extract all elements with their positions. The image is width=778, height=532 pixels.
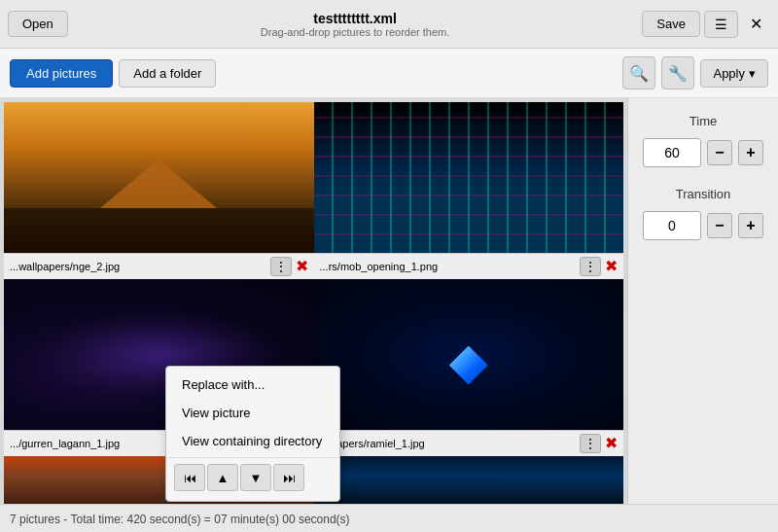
time-spinner: − +: [638, 138, 768, 167]
add-pictures-button[interactable]: Add pictures: [10, 59, 113, 88]
context-menu-button-4[interactable]: ⋮: [580, 434, 601, 453]
filename-text-1: ...wallpapers/nge_2.jpg: [10, 261, 270, 272]
move-down-icon: ▼: [250, 471, 263, 485]
move-last-icon: ⏭: [283, 471, 296, 485]
transition-section: Transition − +: [638, 187, 768, 240]
menu-item-replace[interactable]: Replace with...: [166, 371, 339, 399]
main-area: ...wallpapers/nge_2.jpg ⋮ ✖ ...rs/mob_op…: [0, 98, 778, 504]
filename-actions-4: ⋮ ✖: [580, 434, 618, 453]
transition-plus-button[interactable]: +: [738, 213, 763, 238]
image-grid-area[interactable]: ...wallpapers/nge_2.jpg ⋮ ✖ ...rs/mob_op…: [0, 98, 627, 504]
move-up-button[interactable]: ▲: [207, 464, 238, 491]
transition-spinner: − +: [638, 211, 768, 240]
context-menu: Replace with... View picture View contai…: [165, 366, 340, 502]
transition-minus-icon: −: [715, 217, 724, 234]
transition-plus-icon: +: [746, 217, 755, 234]
transition-minus-button[interactable]: −: [707, 213, 732, 238]
close-button[interactable]: ✕: [742, 11, 770, 37]
search-icon: 🔍: [629, 64, 649, 83]
apply-button[interactable]: Apply ▾: [700, 59, 768, 88]
context-menu-button-1[interactable]: ⋮: [270, 257, 292, 276]
image-cell-4: ...lpapers/ramiel_1.jpg ⋮ ✖: [314, 279, 624, 456]
time-input[interactable]: [643, 138, 701, 167]
titlebar-left: Open: [8, 11, 68, 37]
image-filename-bar-2: ...rs/mob_opening_1.png ⋮ ✖: [314, 253, 624, 279]
transition-input[interactable]: [643, 211, 701, 240]
transition-label: Transition: [676, 187, 731, 201]
context-menu-button-2[interactable]: ⋮: [580, 257, 601, 276]
menu-item-view-dir[interactable]: View containing directory: [166, 427, 339, 455]
image-thumbnail-6[interactable]: [314, 456, 624, 504]
right-panel: Time − + Transition − +: [627, 98, 778, 504]
save-button[interactable]: Save: [642, 11, 700, 37]
status-text: 7 pictures - Total time: 420 second(s) =…: [10, 513, 350, 526]
filter-icon: 🔧: [668, 64, 688, 83]
time-section: Time − +: [638, 114, 768, 167]
window-subtitle: Drag-and-drop pictures to reorder them.: [68, 26, 643, 38]
remove-button-2[interactable]: ✖: [605, 259, 618, 274]
filename-text-2: ...rs/mob_opening_1.png: [320, 261, 581, 272]
image-cell-2: ...rs/mob_opening_1.png ⋮ ✖: [314, 102, 624, 279]
add-folder-button[interactable]: Add a folder: [119, 59, 216, 88]
image-cell-1: ...wallpapers/nge_2.jpg ⋮ ✖: [4, 102, 314, 279]
filename-actions-1: ⋮ ✖: [270, 257, 308, 276]
titlebar-right: Save ☰ ✕: [642, 11, 770, 38]
toolbar-right: 🔍 🔧 Apply ▾: [622, 56, 768, 89]
titlebar: Open testttttttt.xml Drag-and-drop pictu…: [0, 0, 778, 49]
time-plus-button[interactable]: +: [738, 140, 763, 165]
image-filename-bar-1: ...wallpapers/nge_2.jpg ⋮ ✖: [4, 253, 314, 279]
remove-button-4[interactable]: ✖: [605, 436, 618, 451]
apply-label: Apply: [713, 66, 745, 81]
plus-icon: +: [746, 144, 755, 161]
move-first-button[interactable]: ⏮: [174, 464, 205, 491]
image-filename-bar-4: ...lpapers/ramiel_1.jpg ⋮ ✖: [314, 430, 624, 456]
titlebar-center: testttttttt.xml Drag-and-drop pictures t…: [68, 11, 643, 38]
move-down-button[interactable]: ▼: [240, 464, 271, 491]
chevron-down-icon: ▾: [749, 66, 756, 81]
move-up-icon: ▲: [217, 471, 230, 485]
minus-icon: −: [715, 144, 724, 161]
remove-button-1[interactable]: ✖: [296, 259, 308, 274]
open-button[interactable]: Open: [8, 11, 68, 37]
toolbar-left: Add pictures Add a folder: [10, 59, 617, 88]
move-last-button[interactable]: ⏭: [273, 464, 304, 491]
window-title: testttttttt.xml: [68, 11, 643, 26]
image-cell-6: [314, 456, 624, 504]
filename-actions-2: ⋮ ✖: [580, 257, 618, 276]
menu-button[interactable]: ☰: [704, 11, 738, 38]
search-button[interactable]: 🔍: [622, 56, 655, 89]
image-thumbnail-1[interactable]: [4, 102, 314, 253]
move-first-icon: ⏮: [184, 471, 196, 485]
time-minus-button[interactable]: −: [707, 140, 732, 165]
statusbar: 7 pictures - Total time: 420 second(s) =…: [0, 504, 778, 532]
menu-item-view-picture[interactable]: View picture: [166, 399, 339, 427]
menu-arrows: ⏮ ▲ ▼ ⏭: [166, 457, 339, 497]
filter-button[interactable]: 🔧: [661, 56, 694, 89]
filename-text-4: ...lpapers/ramiel_1.jpg: [320, 438, 581, 449]
toolbar: Add pictures Add a folder 🔍 🔧 Apply ▾: [0, 49, 778, 98]
image-thumbnail-4[interactable]: [314, 279, 624, 430]
time-label: Time: [690, 114, 717, 128]
image-thumbnail-2[interactable]: [314, 102, 624, 253]
